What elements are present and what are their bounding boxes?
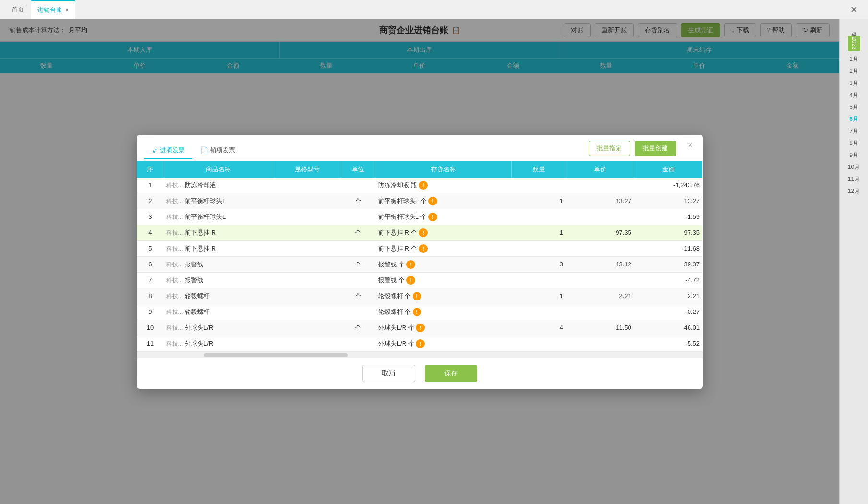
cell-amount: -1.59 xyxy=(634,209,702,225)
save-button[interactable]: 保存 xyxy=(425,365,477,382)
sidebar-month-item[interactable]: 8月 xyxy=(846,137,862,149)
cell-product: 科技... 外球头L/R xyxy=(164,320,273,336)
table-row: 10 科技... 外球头L/R 个 外球头L/R 个 ! 4 11.50 46.… xyxy=(137,320,703,336)
cell-product: 科技... 外球头L/R xyxy=(164,336,273,351)
batch-create-button[interactable]: 批量创建 xyxy=(635,141,676,156)
th-spec: 规格型号 xyxy=(273,161,341,178)
window-close-button[interactable]: ✕ xyxy=(844,0,863,19)
incoming-tab-icon: ↙ xyxy=(152,146,158,154)
sidebar-month-item[interactable]: 3月 xyxy=(846,77,862,89)
sidebar-year-badge: 2023 xyxy=(848,36,860,51)
cell-price: 11.50 xyxy=(566,320,634,336)
cell-unit: 个 xyxy=(341,193,375,209)
modal-close-button[interactable]: × xyxy=(684,139,697,152)
table-header-row: 序 商品名称 规格型号 单位 存货名称 数量 单价 金额 xyxy=(137,161,703,178)
cell-spec xyxy=(273,272,341,288)
cell-qty xyxy=(511,304,566,320)
cell-product: 科技... 前下悬挂 R xyxy=(164,240,273,256)
th-unit: 单位 xyxy=(341,161,375,178)
tab-incoming-invoice[interactable]: ↙ 进项发票 xyxy=(144,142,192,159)
batch-assign-button[interactable]: 批量指定 xyxy=(589,141,630,156)
outgoing-tab-label: 销项发票 xyxy=(210,146,235,155)
cancel-button[interactable]: 取消 xyxy=(362,365,415,382)
table-row: 7 科技... 报警线 报警线 个 ! -4.72 xyxy=(137,272,703,288)
cell-spec xyxy=(273,178,341,193)
table-row: 2 科技... 前平衡杆球头L 个 前平衡杆球头L 个 ! 1 13.27 13… xyxy=(137,193,703,209)
cell-spec xyxy=(273,209,341,225)
table-row: 6 科技... 报警线 个 报警线 个 ! 3 13.12 39.37 xyxy=(137,256,703,272)
sidebar-month-item[interactable]: 7月 xyxy=(846,125,862,137)
cell-unit xyxy=(341,304,375,320)
th-qty: 数量 xyxy=(511,161,566,178)
cell-seq: 7 xyxy=(137,272,164,288)
cell-inventory: 前下悬挂 R 个 ! xyxy=(375,240,511,256)
table-row: 9 科技... 轮毂螺杆 轮毂螺杆 个 ! -0.27 xyxy=(137,304,703,320)
cell-product: 科技... 轮毂螺杆 xyxy=(164,288,273,304)
sidebar-month-item[interactable]: 11月 xyxy=(846,173,862,185)
cell-inventory: 外球头L/R 个 ! xyxy=(375,320,511,336)
cell-inventory: 报警线 个 ! xyxy=(375,272,511,288)
cell-amount: 97.35 xyxy=(634,225,702,240)
cell-unit xyxy=(341,336,375,351)
modal-table-wrap[interactable]: 序 商品名称 规格型号 单位 存货名称 数量 单价 金额 xyxy=(137,161,703,352)
cell-qty: 1 xyxy=(511,288,566,304)
cell-spec xyxy=(273,336,341,351)
cell-qty: 3 xyxy=(511,256,566,272)
sidebar-month-toggle[interactable]: 月份 xyxy=(848,24,860,32)
cell-qty: 4 xyxy=(511,320,566,336)
cell-inventory: 前下悬挂 R 个 ! xyxy=(375,225,511,240)
cell-spec xyxy=(273,304,341,320)
tab-ledger[interactable]: 进销台账 × xyxy=(31,0,75,19)
cell-seq: 10 xyxy=(137,320,164,336)
incoming-tab-label: 进项发票 xyxy=(160,146,185,155)
cell-qty xyxy=(511,240,566,256)
modal-scrollbar-thumb xyxy=(204,353,348,357)
table-row: 1 科技... 防冻冷却液 防冻冷却液 瓶 ! -1,243.76 xyxy=(137,178,703,193)
cell-price xyxy=(566,304,634,320)
outgoing-tab-icon: 📄 xyxy=(200,146,208,154)
cell-price xyxy=(566,272,634,288)
cell-amount: -1,243.76 xyxy=(634,178,702,193)
cell-inventory: 前平衡杆球头L 个 ! xyxy=(375,193,511,209)
cell-amount: 13.27 xyxy=(634,193,702,209)
cell-price: 13.27 xyxy=(566,193,634,209)
cell-spec xyxy=(273,288,341,304)
cell-price: 13.12 xyxy=(566,256,634,272)
sidebar-month-item[interactable]: 2月 xyxy=(846,65,862,77)
cell-amount: 46.01 xyxy=(634,320,702,336)
modal-scrollbar[interactable] xyxy=(137,352,703,358)
cell-amount: 39.37 xyxy=(634,256,702,272)
sidebar-month-item[interactable]: 12月 xyxy=(846,185,862,197)
invoice-table: 序 商品名称 规格型号 单位 存货名称 数量 单价 金额 xyxy=(137,161,703,352)
tab-outgoing-invoice[interactable]: 📄 销项发票 xyxy=(192,142,243,159)
warning-icon: ! xyxy=(416,339,425,348)
right-sidebar: 月份 2023 1月2月3月4月5月6月7月8月9月10月11月12月 xyxy=(839,19,868,504)
cell-unit xyxy=(341,209,375,225)
table-row: 3 科技... 前平衡杆球头L 前平衡杆球头L 个 ! -1.59 xyxy=(137,209,703,225)
top-bar: 首页 进销台账 × ✕ xyxy=(0,0,868,19)
table-row: 4 科技... 前下悬挂 R 个 前下悬挂 R 个 ! 1 97.35 97.3… xyxy=(137,225,703,240)
cell-inventory: 防冻冷却液 瓶 ! xyxy=(375,178,511,193)
cell-inventory: 报警线 个 ! xyxy=(375,256,511,272)
tab-home[interactable]: 首页 xyxy=(5,0,31,19)
cell-product: 科技... 防冻冷却液 xyxy=(164,178,273,193)
cell-price: 97.35 xyxy=(566,225,634,240)
sidebar-month-item[interactable]: 5月 xyxy=(846,101,862,113)
sidebar-month-item[interactable]: 10月 xyxy=(846,161,862,173)
cell-unit: 个 xyxy=(341,320,375,336)
cell-qty xyxy=(511,209,566,225)
cell-product: 科技... 前平衡杆球头L xyxy=(164,193,273,209)
modal-footer: 取消 保存 xyxy=(137,358,703,389)
cell-seq: 5 xyxy=(137,240,164,256)
cell-spec xyxy=(273,240,341,256)
cell-spec xyxy=(273,225,341,240)
top-bar-right: ✕ xyxy=(844,0,863,19)
sidebar-month-item[interactable]: 9月 xyxy=(846,149,862,161)
warning-icon: ! xyxy=(413,308,421,316)
tab-ledger-close[interactable]: × xyxy=(65,7,69,13)
sidebar-month-item[interactable]: 4月 xyxy=(846,89,862,101)
sidebar-month-item[interactable]: 6月 xyxy=(846,113,862,125)
sidebar-month-item[interactable]: 1月 xyxy=(846,53,862,65)
cell-amount: -0.27 xyxy=(634,304,702,320)
cell-unit xyxy=(341,178,375,193)
